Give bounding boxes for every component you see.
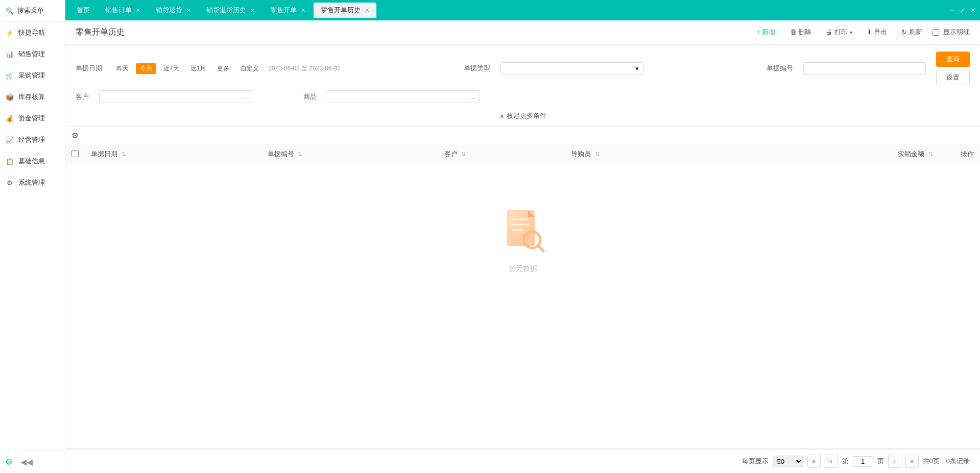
sort-number-icon: ⇅ — [298, 151, 302, 157]
type-label: 单据类型 — [464, 64, 490, 73]
refresh-button[interactable]: ↻ 刷新 — [897, 26, 926, 39]
restore-icon[interactable]: ⤢ — [960, 7, 965, 14]
basic-info-icon: 📋 — [5, 157, 14, 166]
date-range: 2023-06-02 至 2023-06-02 — [268, 64, 340, 73]
search-item[interactable]: 🔍 搜索采单 — [0, 0, 65, 22]
sort-date-icon: ⇅ — [122, 151, 126, 157]
svg-line-6 — [538, 246, 543, 251]
goods-input[interactable]: ... — [327, 90, 480, 103]
collapse-icon[interactable]: ◀◀ — [20, 457, 33, 467]
collapse-button[interactable]: ∧ 收起更多条件 — [76, 108, 970, 123]
col-spacer — [717, 144, 763, 164]
sidebar-item-label: 资金管理 — [18, 114, 45, 123]
tab-sales-return-label: 销货退货 — [156, 6, 182, 15]
search-icon: 🔍 — [5, 6, 14, 15]
date-shortcut-today[interactable]: 今天 — [136, 63, 156, 74]
settings-icon[interactable]: ⚙ — [5, 457, 12, 467]
page-input[interactable] — [853, 456, 873, 467]
tab-retail-open[interactable]: 零售开单 ✕ — [263, 3, 313, 18]
goods-ellipsis: ... — [470, 93, 475, 101]
col-customer[interactable]: 客户 ⇅ — [438, 144, 565, 164]
add-label: + 新增 — [756, 28, 775, 37]
tab-retail-open-history-label: 零售开单历史 — [321, 6, 361, 15]
col-number-label: 单据编号 — [268, 150, 294, 158]
tab-sales-return-history[interactable]: 销货退货历史 ✕ — [199, 3, 262, 18]
settings-button[interactable]: 设置 — [936, 70, 970, 85]
close-icon[interactable]: ✕ — [970, 7, 976, 14]
select-all-checkbox[interactable] — [71, 150, 79, 157]
sidebar-item-finance[interactable]: 💰 资金管理 — [0, 108, 65, 129]
tab-sales-order-label: 销售订单 — [105, 6, 132, 15]
sidebar-item-label: 经营管理 — [18, 135, 45, 144]
sidebar-item-label: 销售管理 — [18, 49, 45, 59]
tab-sales-return-history-close[interactable]: ✕ — [250, 7, 255, 14]
minimize-icon[interactable]: ─ — [950, 7, 954, 14]
sidebar-item-quick-nav[interactable]: ⚡ 快捷导航 — [0, 22, 65, 43]
tab-sales-return-history-label: 销货退货历史 — [206, 6, 246, 15]
date-shortcut-7days[interactable]: 近7天 — [159, 63, 183, 74]
per-page-select[interactable]: 10 20 50 100 — [773, 456, 803, 467]
last-page-button[interactable]: » — [905, 455, 919, 468]
date-shortcut-1month[interactable]: 近1月 — [186, 63, 210, 74]
type-select-arrow: ▾ — [635, 65, 639, 72]
checkbox-header — [65, 144, 85, 164]
sidebar: 🔍 搜索采单 ⚡ 快捷导航 📊 销售管理 🛒 采购管理 📦 库存核算 💰 资金管… — [0, 0, 65, 473]
date-shortcut-yesterday[interactable]: 昨天 — [112, 63, 133, 74]
sidebar-item-inventory[interactable]: 📦 库存核算 — [0, 86, 65, 108]
col-customer-label: 客户 — [444, 150, 458, 158]
next-page-button[interactable]: › — [888, 455, 901, 468]
delete-button[interactable]: 🗑 删除 — [786, 26, 816, 39]
tab-sales-order[interactable]: 销售订单 ✕ — [98, 3, 148, 18]
tab-retail-open-history[interactable]: 零售开单历史 ✕ — [314, 3, 376, 18]
col-amount[interactable]: 实销金额 ⇅ — [762, 144, 939, 164]
date-shortcut-custom[interactable]: 自定义 — [236, 63, 263, 74]
tab-home[interactable]: 首页 — [69, 3, 97, 18]
col-amount-label: 实销金额 — [898, 150, 924, 158]
print-dropdown-icon[interactable]: ▾ — [850, 30, 852, 35]
tab-sales-return[interactable]: 销货退货 ✕ — [149, 3, 198, 18]
sidebar-item-label: 系统管理 — [18, 178, 45, 187]
finance-icon: 💰 — [5, 114, 14, 123]
empty-cell: 暂无数据 — [65, 164, 980, 315]
date-shortcut-more[interactable]: 更多 — [213, 63, 233, 74]
tab-retail-open-close[interactable]: ✕ — [301, 7, 305, 14]
prev-page-button[interactable]: ‹ — [825, 455, 838, 468]
display-checkbox[interactable] — [933, 29, 939, 36]
customer-input[interactable]: ... — [99, 90, 252, 103]
sidebar-item-operations[interactable]: 📈 经营管理 — [0, 129, 65, 151]
print-button[interactable]: 🖨 打印 ▾ — [822, 26, 856, 39]
export-button[interactable]: ⬇ 导出 — [863, 26, 892, 39]
sidebar-item-basic-info[interactable]: 📋 基础信息 — [0, 151, 65, 172]
col-salesperson[interactable]: 导购员 ⇅ — [565, 144, 716, 164]
sidebar-item-system[interactable]: ⚙ 系统管理 — [0, 172, 65, 193]
top-nav: 首页 销售订单 ✕ 销货退货 ✕ 销货退货历史 ✕ 零售开单 ✕ 零售开单历史 … — [65, 0, 980, 20]
sort-salesperson-icon: ⇅ — [595, 151, 600, 157]
empty-icon — [497, 205, 548, 256]
display-toggle[interactable]: 显示明细 — [933, 28, 970, 37]
export-label: ⬇ 导出 — [867, 28, 888, 37]
first-page-button[interactable]: « — [807, 455, 821, 468]
main-area: 首页 销售订单 ✕ 销货退货 ✕ 销货退货历史 ✕ 零售开单 ✕ 零售开单历史 … — [65, 0, 980, 473]
inventory-icon: 📦 — [5, 92, 14, 102]
tab-retail-open-history-close[interactable]: ✕ — [365, 7, 369, 14]
sidebar-item-label: 快捷导航 — [18, 28, 45, 37]
empty-state: 暂无数据 — [65, 164, 980, 314]
tab-sales-order-close[interactable]: ✕ — [136, 7, 140, 14]
page-header: 零售开单历史 + 新增 🗑 删除 🖨 打印 ▾ ⬇ 导出 ↻ 刷新 — [65, 20, 980, 44]
number-input[interactable] — [803, 62, 926, 75]
add-button[interactable]: + 新增 — [752, 26, 779, 39]
sidebar-item-label: 采购管理 — [18, 71, 45, 80]
page-title: 零售开单历史 — [76, 27, 125, 38]
date-shortcuts: 昨天 今天 近7天 近1月 更多 自定义 2023-06-02 至 2023-0… — [112, 63, 341, 74]
sidebar-item-sales-mgmt[interactable]: 📊 销售管理 — [0, 43, 65, 65]
sidebar-item-purchase-mgmt[interactable]: 🛒 采购管理 — [0, 65, 65, 86]
tab-sales-return-close[interactable]: ✕ — [186, 7, 191, 14]
sort-amount-icon: ⇅ — [928, 151, 933, 157]
type-select[interactable]: ▾ — [500, 62, 643, 75]
number-label: 单据编号 — [767, 64, 793, 73]
col-number[interactable]: 单据编号 ⇅ — [261, 144, 438, 164]
query-button[interactable]: 查询 — [936, 52, 970, 67]
table-settings-icon[interactable]: ⚙ — [71, 131, 79, 140]
col-date[interactable]: 单据日期 ⇅ — [85, 144, 261, 164]
purchase-mgmt-icon: 🛒 — [5, 71, 14, 80]
